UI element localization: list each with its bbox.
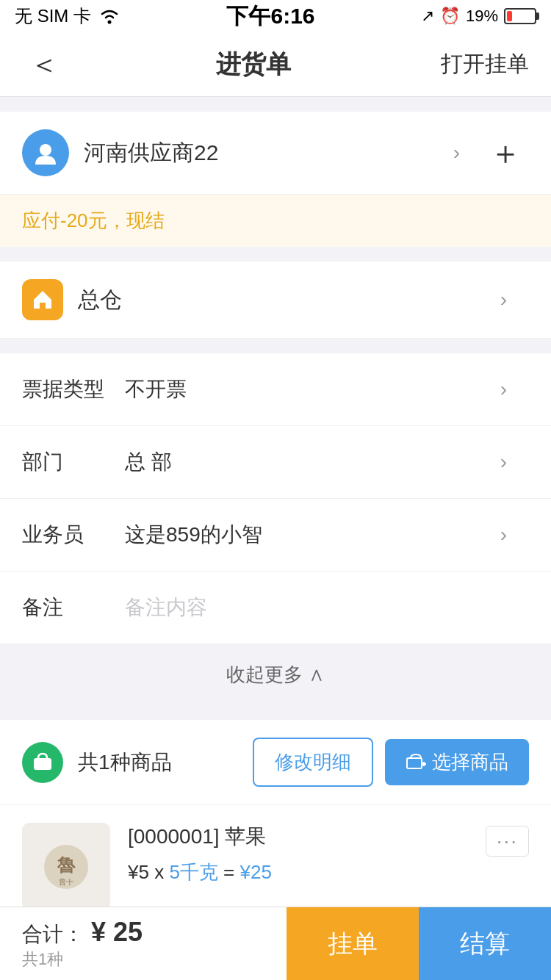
supplier-avatar (22, 129, 69, 176)
chevron-right-icon-5: › (500, 523, 507, 547)
checkout-button[interactable]: 结算 (419, 907, 551, 980)
carrier-label: 无 SIM 卡 (15, 4, 91, 28)
status-left: 无 SIM 卡 (15, 4, 120, 28)
chevron-right-icon: › (453, 141, 460, 165)
collapse-toggle[interactable]: 收起更多 ∧ (0, 644, 551, 705)
divider-2 (0, 247, 551, 262)
suspend-button[interactable]: 挂单 (287, 907, 419, 980)
total-prefix: 合计： (22, 920, 84, 948)
warehouse-name: 总仓 (78, 285, 500, 315)
notice-text: 应付-20元，现结 (22, 209, 165, 231)
products-icon (22, 742, 63, 783)
salesman-row[interactable]: 业务员 这是859的小智 › (0, 499, 551, 572)
warehouse-card: 总仓 › (0, 262, 551, 339)
product-title: 苹果 (225, 825, 266, 848)
products-count: 共1种商品 (78, 749, 253, 777)
salesman-value: 这是859的小智 (125, 521, 500, 549)
bottom-bar: 合计： ¥ 25 共1种 挂单 结算 (0, 907, 551, 980)
person-icon (32, 140, 59, 166)
products-header: 共1种商品 修改明细 选择商品 (0, 720, 551, 805)
divider-3 (0, 339, 551, 353)
remark-input[interactable]: 备注内容 (125, 594, 529, 621)
remark-label: 备注 (22, 594, 125, 621)
open-pending-button[interactable]: 打开挂单 (441, 49, 529, 79)
invoice-row[interactable]: 票据类型 不开票 › (0, 353, 551, 426)
invoice-value: 不开票 (125, 375, 500, 403)
dept-value: 总 部 (125, 448, 500, 476)
select-product-label: 选择商品 (432, 749, 508, 775)
status-right: ↗ ⏰ 19% (421, 7, 536, 26)
home-icon (31, 288, 54, 311)
cart-icon (31, 751, 54, 774)
salesman-label: 业务员 (22, 521, 125, 549)
battery-icon (504, 8, 536, 24)
notice-banner: 应付-20元，现结 (0, 195, 551, 247)
edit-detail-button[interactable]: 修改明细 (253, 738, 373, 787)
status-time: 下午6:16 (226, 1, 314, 32)
product-price: ¥5 x 5千克 = ¥25 (128, 860, 468, 885)
more-options-button[interactable]: ··· (486, 826, 529, 857)
total-section: 合计： ¥ 25 共1种 (0, 907, 287, 980)
products-section: 共1种商品 修改明细 选择商品 魯 普十 [0000001] 苹果 (0, 720, 551, 929)
product-name: [0000001] 苹果 (128, 823, 468, 851)
alarm-icon: ⏰ (440, 7, 460, 26)
add-button[interactable]: ＋ (482, 131, 529, 175)
wifi-icon (98, 8, 120, 24)
collapse-label: 收起更多 ∧ (226, 662, 324, 688)
product-info: [0000001] 苹果 ¥5 x 5千克 = ¥25 (128, 823, 468, 885)
dept-label: 部门 (22, 448, 125, 476)
product-menu: ··· (486, 823, 529, 857)
chevron-right-icon-2: › (500, 288, 507, 311)
svg-rect-3 (34, 758, 51, 770)
total-amount: ¥ 25 (91, 917, 143, 948)
equals: = (223, 861, 240, 883)
supplier-row[interactable]: 河南供应商22 › ＋ (0, 112, 551, 195)
page-title: 进货单 (216, 48, 291, 82)
form-card: 票据类型 不开票 › 部门 总 部 › 业务员 这是859的小智 › 备注 备注… (0, 353, 551, 644)
dept-row[interactable]: 部门 总 部 › (0, 426, 551, 499)
warehouse-icon (22, 279, 63, 320)
product-thumbnail: 魯 普十 (22, 823, 110, 911)
supplier-name: 河南供应商22 (84, 138, 453, 168)
unit-price: ¥5 x (128, 861, 169, 883)
select-product-button[interactable]: 选择商品 (385, 739, 529, 785)
back-button[interactable]: ＜ (22, 37, 66, 92)
total-sub: 共1种 (22, 948, 264, 970)
svg-rect-2 (40, 303, 46, 309)
cart-add-icon (406, 752, 426, 773)
divider-1 (0, 97, 551, 112)
chevron-right-icon-3: › (500, 378, 507, 401)
product-image: 魯 普十 (37, 837, 96, 896)
remark-row[interactable]: 备注 备注内容 (0, 572, 551, 644)
total-label: 合计： ¥ 25 (22, 917, 264, 948)
svg-rect-4 (407, 758, 422, 768)
divider-4 (0, 705, 551, 720)
quantity: 5千克 (169, 861, 217, 883)
svg-point-1 (40, 144, 51, 156)
nav-bar: ＜ 进货单 打开挂单 (0, 32, 551, 97)
supplier-card: 河南供应商22 › ＋ 应付-20元，现结 (0, 112, 551, 247)
battery-percent: 19% (466, 7, 498, 26)
warehouse-row[interactable]: 总仓 › (0, 262, 551, 339)
svg-point-0 (108, 21, 112, 24)
location-icon: ↗ (421, 7, 434, 26)
svg-text:普十: 普十 (59, 878, 73, 886)
invoice-label: 票据类型 (22, 375, 125, 403)
total-price: ¥25 (240, 861, 272, 883)
svg-text:魯: 魯 (57, 855, 76, 875)
chevron-right-icon-4: › (500, 450, 507, 474)
status-bar: 无 SIM 卡 下午6:16 ↗ ⏰ 19% (0, 0, 551, 32)
product-code: [0000001] (128, 825, 225, 848)
